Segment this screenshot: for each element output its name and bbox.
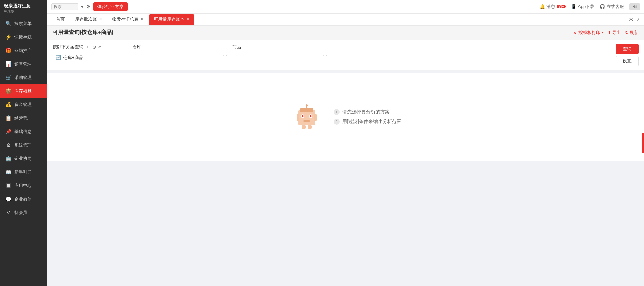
sidebar-item-search[interactable]: 🔍 搜索菜单 bbox=[0, 17, 47, 30]
scroll-indicator[interactable] bbox=[642, 133, 644, 153]
sidebar-icon-shortcut: ⚡ bbox=[5, 34, 11, 40]
sidebar-icon-wechat: 💬 bbox=[5, 196, 11, 202]
sidebar-label-inventory: 库存核算 bbox=[14, 88, 32, 94]
industry-btn[interactable]: 体验行业方案 bbox=[93, 2, 128, 11]
printer-icon: 🖨 bbox=[573, 30, 577, 35]
sidebar-icon-purchase-mgmt: 🛒 bbox=[5, 75, 11, 81]
empty-tip-2: 2 用[过滤]条件来缩小分析范围 bbox=[334, 119, 402, 125]
close-available-qty-icon[interactable]: ✕ bbox=[186, 17, 189, 21]
filter-right: 仓库 ··· 商品 ··· 查询 设置 bbox=[132, 44, 639, 66]
sidebar-item-inventory[interactable]: 📦 库存核算 bbox=[0, 84, 47, 98]
tab-batch-account[interactable]: 库存批次账 ✕ bbox=[70, 14, 107, 25]
print-button[interactable]: 🖨 按模板打印 ▾ bbox=[573, 30, 603, 36]
tab-home[interactable]: 首页 bbox=[51, 14, 70, 25]
tabs-right-controls: ✕ ⤢ bbox=[629, 16, 640, 23]
tip-2-text: 用[过滤]条件来缩小分析范围 bbox=[342, 119, 402, 125]
tab-batch-account-label: 库存批次账 bbox=[75, 16, 97, 22]
sidebar-item-purchase-mgmt[interactable]: 🛒 采购管理 bbox=[0, 71, 47, 84]
sidebar-icon-inventory: 📦 bbox=[5, 88, 11, 94]
sidebar-item-wechat[interactable]: 💬 企业微信 bbox=[0, 192, 47, 206]
sidebar-item-sales-mgmt[interactable]: 📊 销售管理 bbox=[0, 57, 47, 71]
sidebar-label-basic-info: 基础信息 bbox=[14, 129, 32, 135]
dropdown-button[interactable]: ▾ bbox=[81, 4, 83, 9]
filter-area: 按以下方案查询 ＋ ⊙ « 🔄 仓库+商品 仓库 ··· bbox=[47, 40, 644, 70]
close-batch-account-icon[interactable]: ✕ bbox=[99, 17, 102, 21]
sidebar-item-shortcut[interactable]: ⚡ 快捷导航 bbox=[0, 30, 47, 44]
sidebar-item-basic-info[interactable]: 📌 基础信息 bbox=[0, 125, 47, 138]
sidebar-label-search: 搜索菜单 bbox=[14, 21, 32, 27]
sync-icon: 🔄 bbox=[55, 55, 61, 60]
tip-num-2: 2 bbox=[334, 119, 340, 125]
sidebar-icon-newbie: 📖 bbox=[5, 169, 11, 175]
gear-button[interactable]: ⚙ bbox=[86, 4, 91, 10]
warehouse-input[interactable] bbox=[132, 51, 222, 59]
svg-rect-7 bbox=[297, 114, 299, 121]
sidebar-icon-member: V bbox=[5, 210, 11, 215]
expand-button[interactable]: ⤢ bbox=[636, 17, 640, 22]
warehouse-label: 仓库 bbox=[132, 44, 227, 50]
svg-rect-6 bbox=[303, 120, 310, 122]
action-buttons: 查询 设置 bbox=[616, 44, 639, 66]
sidebar-label-system-mgmt: 系统管理 bbox=[14, 142, 32, 148]
sidebar-label-app-center: 应用中心 bbox=[14, 183, 32, 189]
sidebar-scroll: 🔍 搜索菜单 ⚡ 快捷导航 🎁 营销推广 📊 销售管理 🛒 采购管理 📦 库存核… bbox=[0, 17, 47, 286]
user-name: Rit bbox=[632, 4, 637, 9]
close-summary-icon[interactable]: ✕ bbox=[140, 17, 144, 21]
add-icon[interactable]: ＋ bbox=[85, 44, 90, 50]
filter-option-warehouse-product[interactable]: 🔄 仓库+商品 bbox=[53, 53, 121, 63]
sidebar-icon-finance: 💰 bbox=[5, 102, 11, 108]
sidebar-item-newbie[interactable]: 📖 新手引导 bbox=[0, 165, 47, 179]
settings-button[interactable]: 设置 bbox=[616, 56, 639, 66]
user-avatar[interactable]: Rit bbox=[629, 3, 640, 10]
export-label: 导出 bbox=[612, 30, 621, 36]
query-button[interactable]: 查询 bbox=[616, 44, 639, 54]
svg-rect-8 bbox=[314, 114, 317, 121]
message-item[interactable]: 🔔 消息 99+ bbox=[540, 4, 566, 10]
svg-point-4 bbox=[302, 115, 303, 117]
empty-tip-1: 1 请先选择要分析的方案 bbox=[334, 109, 402, 115]
main-area: ▾ ⚙ 体验行业方案 🔔 消息 99+ 📱 App下载 🎧 在线客服 Rit bbox=[47, 0, 644, 286]
sidebar-icon-sales-mgmt: 📊 bbox=[5, 61, 11, 67]
sidebar-item-member[interactable]: V 畅会员 bbox=[0, 206, 47, 219]
refresh-button[interactable]: ↻ 刷新 bbox=[625, 30, 639, 36]
content-area: 可用量查询(按仓库+商品) 🖨 按模板打印 ▾ ⬆ 导出 ↻ 刷新 bbox=[47, 26, 644, 286]
product-more-icon[interactable]: ··· bbox=[323, 53, 327, 58]
app-download-item[interactable]: 📱 App下载 bbox=[571, 4, 594, 10]
warehouse-more-icon[interactable]: ··· bbox=[223, 53, 227, 58]
product-input[interactable] bbox=[232, 51, 321, 59]
sidebar-item-enterprise[interactable]: 🏢 企业协同 bbox=[0, 152, 47, 165]
sidebar: 畅康通好生意 标准版 🔍 搜索菜单 ⚡ 快捷导航 🎁 营销推广 📊 销售管理 🛒… bbox=[0, 0, 47, 286]
app-download-label: App下载 bbox=[578, 4, 594, 10]
sidebar-item-finance[interactable]: 💰 资金管理 bbox=[0, 98, 47, 111]
sidebar-item-system-mgmt[interactable]: ⚙ 系统管理 bbox=[0, 138, 47, 152]
close-all-tabs-button[interactable]: ✕ bbox=[629, 16, 633, 23]
bell-icon: 🔔 bbox=[540, 4, 545, 9]
sidebar-label-enterprise: 企业协同 bbox=[14, 156, 32, 162]
sidebar-item-operations[interactable]: 📋 经营管理 bbox=[0, 111, 47, 125]
export-button[interactable]: ⬆ 导出 bbox=[608, 30, 621, 36]
empty-state-inner: 1 请先选择要分析的方案 2 用[过滤]条件来缩小分析范围 bbox=[290, 100, 402, 134]
sidebar-item-marketing-promo[interactable]: 🎁 营销推广 bbox=[0, 44, 47, 57]
top-header: ▾ ⚙ 体验行业方案 🔔 消息 99+ 📱 App下载 🎧 在线客服 Rit bbox=[47, 0, 644, 14]
filter-input-row-warehouse: ··· bbox=[132, 51, 227, 59]
svg-point-12 bbox=[306, 104, 308, 106]
tab-summary-label: 收发存汇总表 bbox=[112, 16, 138, 22]
phone-icon: 📱 bbox=[571, 4, 576, 9]
tab-summary[interactable]: 收发存汇总表 ✕ bbox=[107, 14, 148, 25]
sidebar-label-member: 畅会员 bbox=[14, 210, 27, 216]
empty-illustration bbox=[290, 100, 324, 134]
online-service-item[interactable]: 🎧 在线客服 bbox=[600, 4, 624, 10]
collapse-icon[interactable]: « bbox=[98, 44, 101, 50]
svg-rect-10 bbox=[308, 125, 312, 129]
filter-field-warehouse: 仓库 ··· bbox=[132, 44, 227, 59]
online-service-label: 在线客服 bbox=[607, 4, 624, 10]
msg-label: 消息 bbox=[546, 4, 555, 10]
svg-rect-9 bbox=[302, 125, 306, 129]
tab-available-qty[interactable]: 可用量库存账本 ✕ bbox=[149, 14, 194, 25]
tip-1-text: 请先选择要分析的方案 bbox=[342, 109, 390, 115]
filter-settings-icon[interactable]: ⊙ bbox=[92, 44, 96, 50]
product-label: 商品 bbox=[232, 44, 327, 50]
search-input[interactable] bbox=[51, 3, 78, 10]
sidebar-logo: 畅康通好生意 标准版 bbox=[0, 0, 47, 17]
sidebar-item-app-center[interactable]: 🔲 应用中心 bbox=[0, 179, 47, 192]
